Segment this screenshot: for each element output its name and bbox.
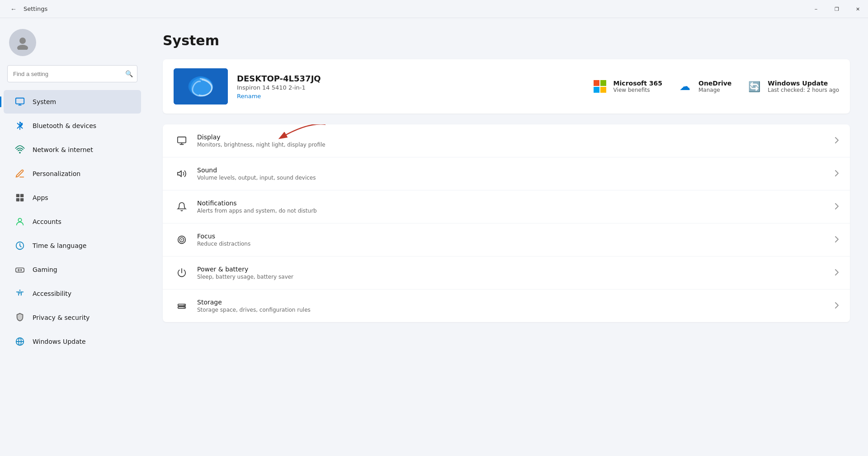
sidebar-item-time[interactable]: Time & language [4, 234, 141, 257]
back-button[interactable]: ← [7, 3, 20, 15]
settings-row-power[interactable]: Power & batterySleep, battery usage, bat… [163, 256, 850, 290]
onedrive-icon: ☁️ [677, 78, 693, 95]
ms365-info: Microsoft 365 View benefits [613, 80, 662, 93]
onedrive-sub: Manage [698, 87, 731, 93]
storage-subtitle: Storage space, drives, configuration rul… [197, 307, 831, 313]
ms365-icon [592, 78, 608, 95]
settings-list: DisplayMonitors, brightness, night light… [163, 124, 850, 322]
display-chevron [835, 137, 839, 145]
windows-update-icon [13, 334, 27, 349]
svg-rect-8 [20, 198, 24, 201]
window-controls: − ❐ ✕ [806, 0, 868, 18]
sidebar-item-personalization[interactable]: Personalization [4, 162, 141, 185]
sidebar-item-windows-update[interactable]: Windows Update [4, 330, 141, 353]
windows-update-label: Windows Update [33, 338, 86, 345]
sidebar-item-gaming[interactable]: Gaming [4, 258, 141, 281]
sound-title: Sound [197, 166, 831, 174]
sound-subtitle: Volume levels, output, input, sound devi… [197, 175, 831, 181]
sidebar-item-bluetooth[interactable]: Bluetooth & devices [4, 114, 141, 138]
service-onedrive[interactable]: ☁️ OneDrive Manage [677, 78, 731, 95]
sound-chevron [835, 170, 839, 178]
gaming-label: Gaming [33, 266, 57, 273]
accessibility-label: Accessibility [33, 290, 71, 297]
personalization-label: Personalization [33, 170, 80, 177]
minimize-button[interactable]: − [806, 0, 826, 18]
svg-rect-5 [16, 194, 19, 197]
bluetooth-icon [13, 119, 27, 133]
device-image [174, 68, 228, 104]
power-chevron [835, 269, 839, 277]
svg-point-0 [19, 38, 26, 44]
system-label: System [33, 98, 56, 105]
notifications-subtitle: Alerts from apps and system, do not dist… [197, 208, 831, 214]
display-icon [174, 133, 190, 149]
storage-title: Storage [197, 299, 831, 306]
onedrive-label: OneDrive [698, 80, 731, 87]
personalization-icon [13, 166, 27, 181]
sidebar-item-privacy[interactable]: Privacy & security [4, 306, 141, 329]
device-card: DESKTOP-4L537JQ Inspiron 14 5410 2-in-1 … [163, 59, 850, 114]
bluetooth-label: Bluetooth & devices [33, 122, 96, 129]
storage-chevron [835, 302, 839, 310]
winupdate-icon: 🔄 [746, 78, 762, 95]
content-area: System [145, 18, 868, 456]
accounts-label: Accounts [33, 218, 61, 225]
time-label: Time & language [33, 242, 86, 249]
sidebar-item-accounts[interactable]: Accounts [4, 210, 141, 233]
settings-row-focus[interactable]: FocusReduce distractions [163, 223, 850, 256]
display-text: DisplayMonitors, brightness, night light… [197, 133, 831, 148]
network-icon [13, 142, 27, 157]
service-winupdate[interactable]: 🔄 Windows Update Last checked: 2 hours a… [746, 78, 839, 95]
settings-row-display[interactable]: DisplayMonitors, brightness, night light… [163, 124, 850, 157]
winupdate-info: Windows Update Last checked: 2 hours ago [768, 80, 839, 93]
settings-row-storage[interactable]: StorageStorage space, drives, configurat… [163, 290, 850, 322]
onedrive-info: OneDrive Manage [698, 80, 731, 93]
notifications-chevron [835, 203, 839, 211]
power-text: Power & batterySleep, battery usage, bat… [197, 266, 831, 280]
privacy-label: Privacy & security [33, 314, 90, 321]
power-title: Power & battery [197, 266, 831, 273]
notifications-text: NotificationsAlerts from apps and system… [197, 200, 831, 214]
device-services: Microsoft 365 View benefits ☁️ OneDrive … [592, 78, 839, 95]
app-title: Settings [24, 5, 47, 12]
settings-row-sound[interactable]: SoundVolume levels, output, input, sound… [163, 157, 850, 190]
sidebar-item-network[interactable]: Network & internet [4, 138, 141, 162]
winupdate-sub: Last checked: 2 hours ago [768, 87, 839, 93]
device-model: Inspiron 14 5410 2-in-1 [237, 84, 592, 91]
svg-point-9 [18, 218, 21, 222]
sidebar-item-apps[interactable]: Apps [4, 186, 141, 209]
sound-icon [174, 166, 190, 182]
svg-rect-7 [16, 198, 19, 201]
sidebar-item-system[interactable]: System [4, 90, 141, 114]
sound-text: SoundVolume levels, output, input, sound… [197, 166, 831, 181]
focus-subtitle: Reduce distractions [197, 241, 831, 247]
service-ms365[interactable]: Microsoft 365 View benefits [592, 78, 662, 95]
svg-point-24 [184, 307, 185, 308]
titlebar: ← Settings − ❐ ✕ [0, 0, 868, 18]
sidebar-item-accessibility[interactable]: Accessibility [4, 282, 141, 305]
search-icon: 🔍 [125, 70, 133, 77]
gaming-icon [13, 262, 27, 277]
notifications-title: Notifications [197, 200, 831, 207]
device-name: DESKTOP-4L537JQ [237, 74, 592, 83]
svg-point-1 [17, 45, 28, 50]
settings-row-notifications[interactable]: NotificationsAlerts from apps and system… [163, 190, 850, 223]
svg-rect-16 [178, 137, 186, 143]
accessibility-icon [13, 286, 27, 301]
apps-label: Apps [33, 194, 48, 201]
restore-button[interactable]: ❐ [826, 0, 847, 18]
svg-point-12 [19, 290, 21, 291]
focus-title: Focus [197, 233, 831, 240]
display-title: Display [197, 133, 831, 141]
svg-rect-6 [20, 194, 24, 197]
focus-icon [174, 232, 190, 248]
power-subtitle: Sleep, battery usage, battery saver [197, 274, 831, 280]
close-button[interactable]: ✕ [847, 0, 868, 18]
avatar[interactable] [9, 29, 36, 56]
search-input[interactable] [7, 65, 137, 82]
rename-link[interactable]: Rename [237, 93, 592, 100]
system-icon [13, 95, 27, 109]
main-layout: 🔍 SystemBluetooth & devicesNetwork & int… [0, 18, 868, 456]
notifications-icon [174, 199, 190, 215]
page-title: System [163, 33, 850, 48]
